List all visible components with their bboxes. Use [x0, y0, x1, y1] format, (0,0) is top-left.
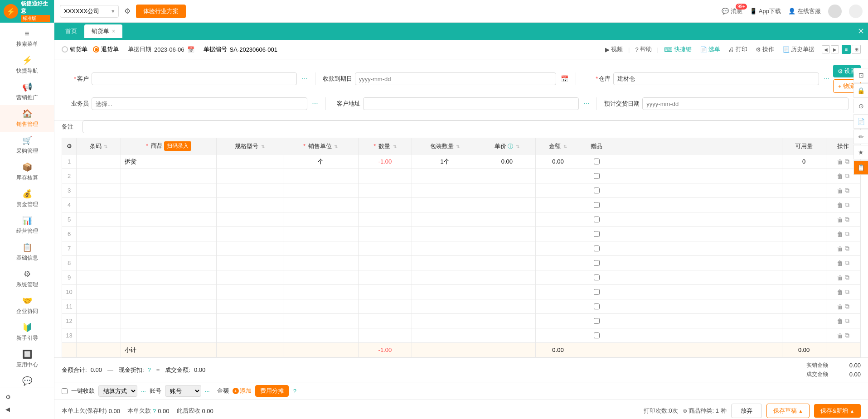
debt-help-icon[interactable]: ? [153, 408, 156, 414]
sidebar-item-sales[interactable]: 🏠 销售管理 [0, 105, 54, 132]
cell-price[interactable] [478, 314, 536, 328]
sidebar-item-purchase[interactable]: 🛒 采购管理 [0, 132, 54, 159]
cell-pack-qty[interactable] [412, 227, 478, 241]
cell-unit[interactable] [283, 314, 358, 328]
cell-amount[interactable] [536, 270, 580, 285]
float-btn-1[interactable]: ⊡ [853, 68, 868, 82]
delete-icon[interactable]: 🗑 [837, 202, 843, 209]
cell-barcode[interactable] [77, 183, 121, 198]
company-selector[interactable]: XXXXXX公司 ▾ [60, 5, 119, 18]
cell-qty[interactable] [358, 241, 412, 256]
cell-qty[interactable] [358, 169, 412, 183]
col-gear[interactable]: ⚙ [62, 138, 77, 154]
cell-spec[interactable] [217, 328, 283, 343]
copy-icon[interactable]: ⧉ [845, 230, 849, 238]
cell-qty[interactable] [358, 270, 412, 285]
cell-qty[interactable] [358, 285, 412, 299]
copy-icon[interactable]: ⧉ [845, 201, 849, 209]
help-btn[interactable]: ? 帮助 [632, 44, 654, 54]
warehouse-input[interactable] [613, 72, 819, 85]
app-download-button[interactable]: 📱 App下载 [750, 7, 781, 15]
cell-product[interactable] [121, 212, 217, 227]
gift-checkbox[interactable] [594, 275, 600, 280]
cell-product[interactable] [121, 183, 217, 198]
copy-icon[interactable]: ⧉ [845, 216, 849, 223]
cell-amount[interactable] [536, 314, 580, 328]
gift-checkbox[interactable] [594, 202, 600, 208]
float-btn-3[interactable]: ⊙ [853, 99, 868, 113]
sidebar-item-capital[interactable]: 💰 资金管理 [0, 185, 54, 212]
cell-price[interactable] [478, 256, 536, 270]
copy-icon[interactable]: ⧉ [845, 303, 849, 310]
cell-amount[interactable] [536, 328, 580, 343]
cell-amount[interactable] [536, 183, 580, 198]
settings-button[interactable]: ⚙ [122, 5, 132, 17]
cell-barcode[interactable] [77, 169, 121, 183]
sidebar-item-basic[interactable]: 📋 基础信息 [0, 239, 54, 265]
copy-icon[interactable]: ⧉ [845, 172, 849, 180]
cell-product[interactable] [121, 198, 217, 212]
cell-amount[interactable] [536, 285, 580, 299]
delete-icon[interactable]: 🗑 [837, 231, 843, 238]
cell-pack-qty[interactable] [412, 270, 478, 285]
cell-barcode[interactable] [77, 256, 121, 270]
cell-spec[interactable] [217, 241, 283, 256]
sidebar-item-inventory[interactable]: 📦 库存核算 [0, 159, 54, 185]
cell-price[interactable] [478, 212, 536, 227]
gift-checkbox[interactable] [594, 289, 600, 295]
cell-gift[interactable] [580, 154, 613, 169]
history-btn[interactable]: 📃 历史单据 [780, 44, 817, 54]
float-btn-4[interactable]: 📄 [853, 114, 868, 129]
copy-icon[interactable]: ⧉ [845, 288, 849, 296]
gift-checkbox[interactable] [594, 231, 600, 237]
cell-pack-qty[interactable]: 1个 [412, 154, 478, 169]
cell-amount[interactable] [536, 227, 580, 241]
float-btn-2[interactable]: 🔒 [853, 83, 868, 98]
tab-close-icon[interactable]: × [112, 28, 115, 34]
cell-gift[interactable] [580, 314, 613, 328]
tab-home[interactable]: 首页 [58, 24, 84, 38]
cell-gift[interactable] [580, 256, 613, 270]
shortcut-btn[interactable]: ⌨ 快捷键 [661, 44, 694, 54]
cell-barcode[interactable] [77, 314, 121, 328]
cell-amount[interactable] [536, 299, 580, 314]
sidebar-item-collab[interactable]: 🤝 企业协同 [0, 292, 54, 319]
expense-split-btn[interactable]: 费用分摊 [255, 385, 289, 397]
cell-spec[interactable] [217, 227, 283, 241]
discount-help-icon[interactable]: ? [148, 366, 151, 373]
cell-product[interactable]: 拆货 [121, 154, 217, 169]
cell-qty[interactable] [358, 183, 412, 198]
method-more-icon[interactable]: ··· [141, 388, 146, 395]
next-arrow[interactable]: ▶ [831, 45, 839, 53]
gift-checkbox[interactable] [594, 332, 600, 338]
delete-icon[interactable]: 🗑 [837, 303, 843, 310]
cell-unit[interactable] [283, 270, 358, 285]
expected-date-input[interactable] [642, 97, 849, 110]
cell-pack-qty[interactable] [412, 183, 478, 198]
delete-icon[interactable]: 🗑 [837, 245, 843, 252]
save-new-button[interactable]: 保存&新增 ▲ [814, 404, 861, 418]
gift-checkbox[interactable] [594, 217, 600, 222]
calendar-icon[interactable]: 📅 [187, 46, 194, 53]
cell-barcode[interactable] [77, 241, 121, 256]
cell-qty[interactable] [358, 212, 412, 227]
float-btn-orange[interactable]: 📋 [853, 160, 868, 175]
cell-gift[interactable] [580, 241, 613, 256]
cell-barcode[interactable] [77, 328, 121, 343]
print-btn[interactable]: 🖨 打印 [726, 44, 750, 54]
customer-addr-input[interactable] [363, 97, 579, 110]
cell-amount[interactable] [536, 212, 580, 227]
cell-unit[interactable] [283, 328, 358, 343]
cell-product[interactable] [121, 270, 217, 285]
cell-unit[interactable] [283, 169, 358, 183]
cell-unit[interactable] [283, 183, 358, 198]
cell-qty[interactable]: -1.00 [358, 154, 412, 169]
close-page-button[interactable]: ✕ [858, 26, 864, 36]
copy-icon[interactable]: ⧉ [845, 317, 849, 325]
grid-view-btn[interactable]: ⊞ [852, 45, 861, 54]
float-btn-5[interactable]: ✏ [853, 130, 868, 144]
sidebar-settings[interactable]: ⚙ [0, 391, 54, 403]
copy-icon[interactable]: ⧉ [845, 187, 849, 194]
delete-icon[interactable]: 🗑 [837, 332, 843, 339]
account-more-icon[interactable]: ··· [205, 388, 210, 395]
